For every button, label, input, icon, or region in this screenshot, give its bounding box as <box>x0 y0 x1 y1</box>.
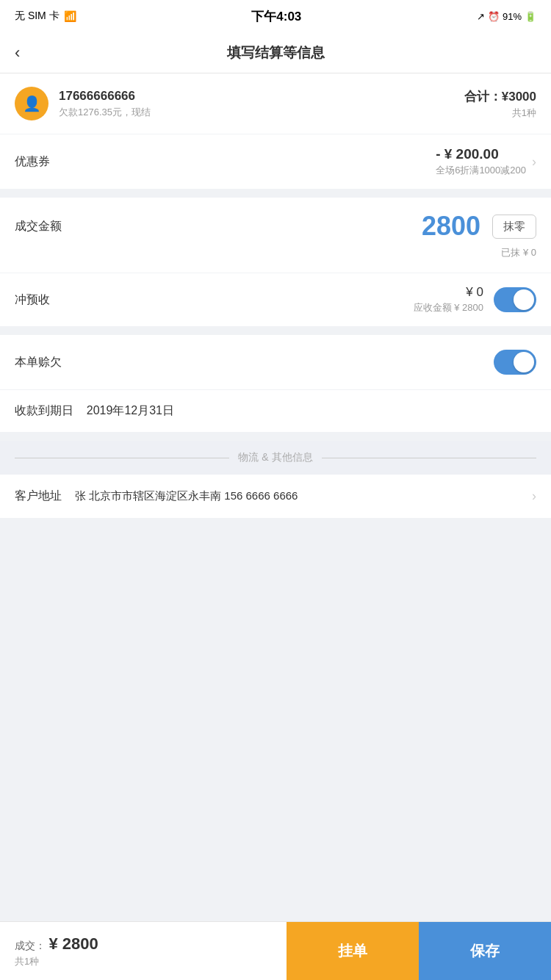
due-date-label: 收款到期日 2019年12月31日 <box>15 404 174 417</box>
bottom-amount: ¥ 2800 <box>48 934 98 953</box>
bottom-deal-row: 成交： ¥ 2800 <box>15 934 272 954</box>
logistics-divider: 物流 & 其他信息 <box>0 441 551 475</box>
customer-info: 17666666666 欠款1276.35元，现结 <box>59 89 151 119</box>
gap-2 <box>0 326 551 335</box>
divider-line-right <box>322 458 536 458</box>
status-right: ↗ ⏰ 91% 🔋 <box>477 11 536 22</box>
customer-section: 👤 17666666666 欠款1276.35元，现结 合计：¥3000 共1种… <box>0 73 551 189</box>
page-title: 填写结算等信息 <box>227 43 325 62</box>
alarm-icon: ⏰ <box>488 11 500 22</box>
prepay-amount: ¥ 0 <box>414 285 483 300</box>
status-left: 无 SIM 卡 📶 <box>15 10 76 23</box>
customer-right: 合计：¥3000 共1种 <box>464 88 536 120</box>
bad-debt-section: 本单赊欠 收款到期日 2019年12月31日 <box>0 335 551 432</box>
prepay-row: 冲预收 ¥ 0 应收金额 ¥ 2800 <box>0 273 551 326</box>
status-time: 下午4:03 <box>251 8 301 25</box>
bottom-summary: 成交： ¥ 2800 共1种 <box>0 934 287 968</box>
nav-bar: ‹ 填写结算等信息 <box>0 32 551 73</box>
bottom-bar: 成交： ¥ 2800 共1种 挂单 保存 <box>0 921 551 980</box>
amount-main-row: 成交金额 2800 抹零 <box>15 211 536 242</box>
gap-3 <box>0 432 551 441</box>
coupon-desc: 全场6折满1000减200 <box>436 164 526 177</box>
prepay-right: ¥ 0 应收金额 ¥ 2800 <box>414 285 536 314</box>
amount-value-group: 2800 抹零 <box>422 211 536 242</box>
customer-phone: 17666666666 <box>59 89 151 104</box>
prepay-sub: 应收金额 ¥ 2800 <box>414 301 483 314</box>
avatar: 👤 <box>15 87 48 120</box>
address-row[interactable]: 客户地址 张 北京市市辖区海淀区永丰南 156 6666 6666 › <box>0 475 551 518</box>
prepay-label: 冲预收 <box>15 292 50 308</box>
customer-debt: 欠款1276.35元，现结 <box>59 106 151 119</box>
location-icon: ↗ <box>477 11 485 22</box>
bad-debt-toggle[interactable] <box>494 350 536 375</box>
amount-section: 成交金额 2800 抹零 已抹 ¥ 0 冲预收 ¥ 0 应收金额 ¥ 2800 <box>0 198 551 326</box>
address-arrow-icon: › <box>532 489 536 504</box>
amount-row-container: 成交金额 2800 抹零 已抹 ¥ 0 <box>0 198 551 273</box>
bad-debt-label: 本单赊欠 <box>15 355 62 370</box>
bad-debt-row: 本单赊欠 <box>0 335 551 389</box>
amount-value: 2800 <box>422 211 480 242</box>
back-button[interactable]: ‹ <box>15 43 20 62</box>
avatar-icon: 👤 <box>23 95 41 112</box>
coupon-row[interactable]: 优惠券 - ¥ 200.00 全场6折满1000减200 › <box>0 134 551 189</box>
prepay-toggle[interactable] <box>494 287 536 312</box>
total-count: 共1种 <box>464 107 536 120</box>
due-date-row: 收款到期日 2019年12月31日 <box>0 389 551 432</box>
coupon-discount: - ¥ 200.00 <box>436 146 526 162</box>
address-section: 客户地址 张 北京市市辖区海淀区永丰南 156 6666 6666 › <box>0 475 551 518</box>
address-value: 张 北京市市辖区海淀区永丰南 156 6666 6666 <box>75 488 523 505</box>
gap-1 <box>0 189 551 198</box>
address-label: 客户地址 <box>15 489 66 504</box>
total-amount: 合计：¥3000 <box>464 88 536 105</box>
battery-icon: 🔋 <box>525 11 536 22</box>
customer-left: 👤 17666666666 欠款1276.35元，现结 <box>15 87 151 120</box>
coupon-arrow-icon: › <box>532 154 536 170</box>
round-button[interactable]: 抹零 <box>492 215 536 239</box>
divider-line-left <box>15 458 229 458</box>
amount-label: 成交金额 <box>15 219 62 234</box>
battery-text: 91% <box>503 11 522 22</box>
hang-button[interactable]: 挂单 <box>287 922 419 981</box>
coupon-label: 优惠券 <box>15 154 50 170</box>
due-date-value: 2019年12月31日 <box>87 404 174 417</box>
prepay-amount-group: ¥ 0 应收金额 ¥ 2800 <box>414 285 483 314</box>
bottom-count: 共1种 <box>15 955 272 968</box>
bottom-deal-label: 成交： <box>15 940 46 951</box>
status-bar: 无 SIM 卡 📶 下午4:03 ↗ ⏰ 91% 🔋 <box>0 0 551 32</box>
wifi-icon: 📶 <box>64 10 76 22</box>
customer-row: 👤 17666666666 欠款1276.35元，现结 合计：¥3000 共1种 <box>0 73 551 134</box>
amount-sub: 已抹 ¥ 0 <box>15 246 536 259</box>
no-sim-text: 无 SIM 卡 <box>15 10 60 23</box>
logistics-label: 物流 & 其他信息 <box>238 451 312 464</box>
gray-filler <box>0 518 551 665</box>
save-button[interactable]: 保存 <box>419 922 551 981</box>
